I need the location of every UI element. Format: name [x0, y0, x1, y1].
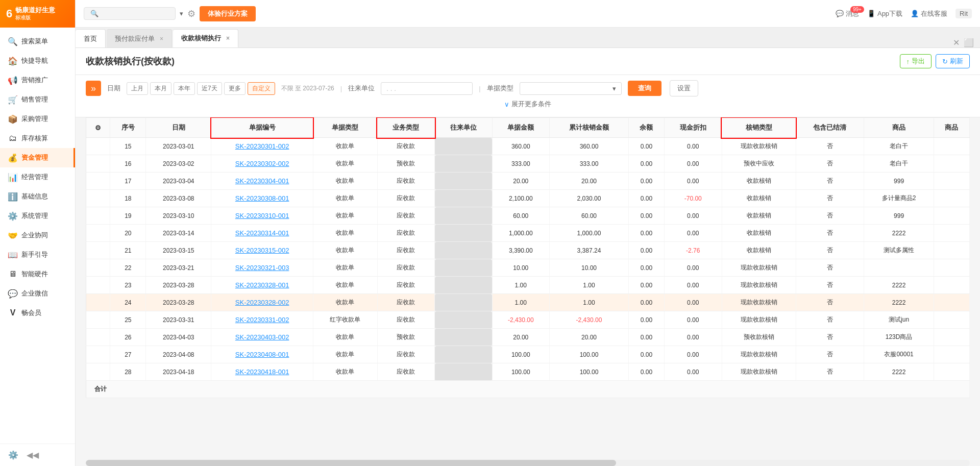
- cell-seq: 26: [110, 329, 146, 346]
- col-write-off: 累计核销金额: [550, 118, 629, 138]
- cell-amount: 10.00: [492, 259, 550, 277]
- cell-amount: 3,390.00: [492, 242, 550, 259]
- cell-include-settled: 否: [796, 242, 864, 259]
- cell-biz-type: 应收款: [377, 207, 435, 225]
- tab-home[interactable]: 首页: [76, 29, 106, 47]
- collapse-icon[interactable]: ◀◀: [27, 450, 39, 460]
- cell-amount: 333.00: [492, 155, 550, 173]
- tab-home-label: 首页: [84, 34, 97, 43]
- maximize-icon[interactable]: ⬜: [964, 38, 974, 47]
- cell-include-settled: 否: [796, 311, 864, 329]
- cell-bill-no[interactable]: SK-20230331-002: [211, 311, 313, 329]
- filter-separator-2: |: [479, 85, 480, 92]
- type-filter-label: 单据类型: [487, 84, 513, 93]
- tab-collection[interactable]: 收款核销执行 ×: [173, 29, 238, 47]
- settings-footer-icon[interactable]: ⚙️: [8, 450, 18, 460]
- date-btn-more[interactable]: 更多: [224, 82, 246, 95]
- topbar-gear-icon[interactable]: ⚙: [187, 8, 195, 19]
- date-btn-last-month[interactable]: 上月: [127, 82, 148, 95]
- dropdown-chevron-icon: ▾: [180, 10, 183, 17]
- cell-write-off-type: 现款收款核销: [722, 311, 796, 329]
- app-version: 标准版: [15, 14, 55, 21]
- page-header: 收款核销执行(按收款) ↑ 导出 ↻ 刷新: [76, 48, 980, 75]
- cell-goods: 衣服00001: [864, 346, 934, 363]
- sidebar-item-wechat[interactable]: 💬 企业微信: [0, 284, 75, 303]
- cell-amount: 2,100.00: [492, 190, 550, 207]
- cell-bill-no[interactable]: SK-20230328-002: [211, 294, 313, 311]
- col-goods: 商品: [864, 118, 934, 138]
- logo-icon: 6: [6, 7, 12, 20]
- cell-balance: 0.00: [628, 155, 664, 173]
- topbar-search[interactable]: 🔍: [84, 7, 176, 20]
- sidebar-item-label: 销售管理: [21, 95, 48, 104]
- sidebar-item-marketing[interactable]: 📢 营销推广: [0, 70, 75, 90]
- app-download-button[interactable]: 📱 App下载: [867, 9, 902, 18]
- date-btn-this-month[interactable]: 本月: [150, 82, 172, 95]
- online-service-button[interactable]: 👤 在线客服: [911, 9, 947, 18]
- sidebar-item-operation[interactable]: 📊 经营管理: [0, 167, 75, 187]
- sidebar-item-guide[interactable]: 📖 新手引导: [0, 245, 75, 264]
- sidebar-item-member[interactable]: V 畅会员: [0, 303, 75, 323]
- cell-checkbox: [86, 173, 110, 190]
- cell-bill-no[interactable]: SK-20230408-001: [211, 346, 313, 363]
- setting-button[interactable]: 设置: [670, 80, 698, 96]
- cell-biz-type: 应收款: [377, 311, 435, 329]
- close-all-icon[interactable]: ✕: [953, 38, 960, 47]
- date-btn-custom[interactable]: 自定义: [248, 82, 275, 95]
- table-scrollbar[interactable]: [86, 460, 970, 466]
- sidebar-item-inventory[interactable]: 🗂 库存核算: [0, 129, 75, 148]
- export-button[interactable]: ↑ 导出: [900, 54, 932, 68]
- sidebar-item-sales[interactable]: 🛒 销售管理: [0, 90, 75, 109]
- cell-write-off: 10.00: [550, 259, 629, 277]
- date-btn-this-year[interactable]: 本年: [174, 82, 195, 95]
- cell-date: 2023-03-08: [146, 190, 211, 207]
- sidebar-item-hardware[interactable]: 🖥 智能硬件: [0, 264, 75, 284]
- cell-bill-no[interactable]: SK-20230328-001: [211, 277, 313, 294]
- cell-bill-no[interactable]: SK-20230304-001: [211, 173, 313, 190]
- cell-goods: 999: [864, 173, 934, 190]
- cell-bill-no[interactable]: SK-20230321-003: [211, 259, 313, 277]
- user-menu[interactable]: Rit: [955, 9, 972, 18]
- cell-unit: [435, 138, 493, 155]
- cell-bill-no[interactable]: SK-20230310-001: [211, 207, 313, 225]
- cell-bill-no[interactable]: SK-20230302-002: [211, 155, 313, 173]
- type-filter-select[interactable]: ▾: [520, 82, 622, 95]
- cell-bill-no[interactable]: SK-20230403-002: [211, 329, 313, 346]
- refresh-button[interactable]: ↻ 刷新: [936, 54, 970, 68]
- date-btn-7days[interactable]: 近7天: [197, 82, 222, 95]
- solution-button[interactable]: 体验行业方案: [200, 6, 256, 21]
- sidebar-item-basic[interactable]: ℹ️ 基础信息: [0, 187, 75, 206]
- unit-filter-input[interactable]: ...: [381, 82, 473, 95]
- sidebar-item-capital[interactable]: 💰 资金管理: [0, 148, 75, 167]
- filter-separator-1: |: [340, 85, 342, 92]
- tab-collection-close[interactable]: ×: [226, 35, 230, 42]
- filter-toggle-button[interactable]: »: [86, 81, 101, 96]
- col-gear[interactable]: ⚙: [86, 118, 110, 138]
- sidebar-item-search[interactable]: 🔍 搜索菜单: [0, 32, 75, 51]
- tab-prepay-close[interactable]: ×: [160, 35, 163, 42]
- cell-bill-no[interactable]: SK-20230418-001: [211, 363, 313, 381]
- message-button[interactable]: 💬 消息 99+: [836, 9, 859, 18]
- app-logo: 6 畅康道好生意 标准版: [0, 0, 75, 28]
- cell-write-off-type: 收款核销: [722, 225, 796, 242]
- topbar-dropdown[interactable]: ▾: [180, 10, 183, 17]
- cell-bill-no[interactable]: SK-20230315-002: [211, 242, 313, 259]
- cell-write-off-type: 预收款核销: [722, 329, 796, 346]
- col-goods2: 商品: [934, 118, 969, 138]
- query-button[interactable]: 查询: [628, 81, 662, 96]
- table-wrapper: ⚙ 序号 日期 单据编号 单据类型 业务类型 往来单位 单据金额 累计核销金额 …: [76, 117, 980, 460]
- expand-more-button[interactable]: ∨ 展开更多条件: [86, 96, 970, 112]
- info-icon: ℹ️: [8, 192, 17, 201]
- cell-bill-no[interactable]: SK-20230314-001: [211, 225, 313, 242]
- sidebar-item-quick-nav[interactable]: 🏠 快捷导航: [0, 51, 75, 70]
- page-title: 收款核销执行(按收款): [86, 55, 175, 73]
- tab-prepay[interactable]: 预付款应付单 ×: [107, 29, 172, 47]
- sidebar-item-company[interactable]: 🤝 企业协同: [0, 226, 75, 245]
- cell-bill-no[interactable]: SK-20230308-001: [211, 190, 313, 207]
- cell-bill-no[interactable]: SK-20230301-002: [211, 138, 313, 155]
- tabbar-actions: ✕ ⬜: [947, 38, 980, 47]
- sidebar-item-purchase[interactable]: 📦 采购管理: [0, 109, 75, 129]
- main-area: 🔍 ▾ ⚙ 体验行业方案 💬 消息 99+ 📱 App下载 👤 在线客服: [76, 0, 980, 466]
- sidebar-item-system[interactable]: ⚙️ 系统管理: [0, 206, 75, 226]
- cell-bill-type: 收款单: [313, 207, 377, 225]
